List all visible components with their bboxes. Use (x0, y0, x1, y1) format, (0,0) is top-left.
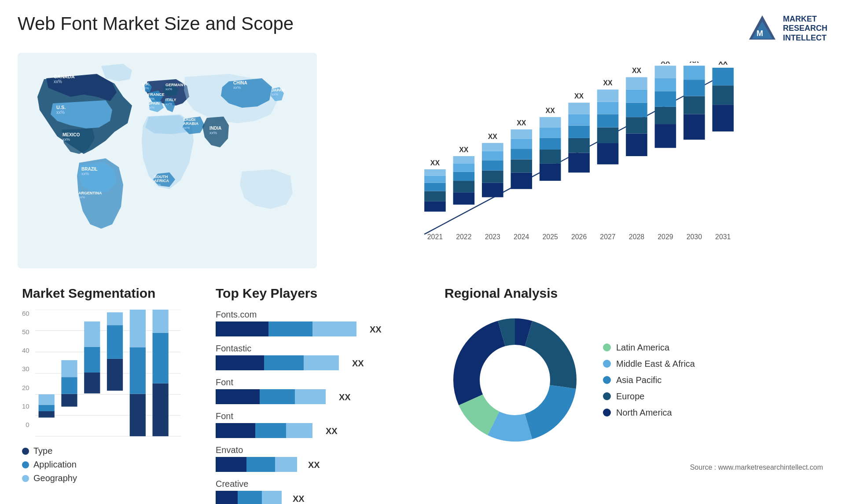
legend-label-application: Application (33, 460, 77, 470)
svg-text:2028: 2028 (629, 233, 644, 241)
svg-rect-124 (61, 377, 77, 394)
svg-text:xx%: xx% (165, 102, 172, 106)
svg-text:BRAZIL: BRAZIL (81, 167, 98, 172)
svg-text:SPAIN: SPAIN (148, 101, 160, 106)
player-row-5: Creative XX (216, 479, 427, 504)
legend-dot-type (22, 448, 29, 455)
map-container: CANADA xx% U.S. xx% MEXICO xx% U.K. xx% … (18, 53, 317, 268)
player-bar-row-3: XX (216, 423, 427, 439)
legend-dot-geography (22, 475, 29, 482)
player-row-1: Fontastic XX (216, 343, 427, 371)
bar-chart-container: XX 2021 XX 2022 (326, 53, 827, 268)
svg-text:xx%: xx% (56, 110, 65, 115)
seg-y-axis: 60 50 40 30 20 10 0 (22, 310, 33, 437)
player-bar-1 (216, 355, 348, 371)
svg-rect-137 (129, 310, 145, 347)
bar-2025: XX 2025 (540, 107, 561, 241)
svg-rect-48 (453, 164, 475, 172)
svg-text:U.K.: U.K. (142, 82, 150, 86)
region-label-asia-pacific: Asia Pacific (616, 375, 661, 385)
legend-type: Type (22, 446, 198, 456)
svg-text:2024: 2024 (514, 233, 529, 241)
svg-text:xx%: xx% (148, 97, 154, 101)
regional-container: Regional Analysis (440, 281, 827, 504)
svg-text:xx%: xx% (142, 86, 149, 90)
player-bar-row-5: XX (216, 491, 427, 504)
svg-rect-120 (38, 405, 54, 411)
logo-container: M MARKET RESEARCH INTELLECT (747, 13, 827, 44)
world-map: CANADA xx% U.S. xx% MEXICO xx% U.K. xx% … (18, 53, 317, 268)
bar-2028: XX 2028 (626, 67, 647, 241)
bar-2029: XX 2029 (655, 62, 676, 241)
svg-rect-119 (38, 411, 54, 418)
svg-point-149 (481, 346, 549, 414)
donut-chart-svg (445, 310, 585, 450)
svg-rect-67 (540, 150, 561, 164)
players-title: Top Key Players (216, 286, 427, 301)
svg-text:2029: 2029 (658, 233, 673, 241)
svg-rect-96 (655, 91, 676, 107)
player-bar-row-2: XX (216, 389, 427, 405)
bar-2023: XX 2023 (482, 133, 503, 241)
svg-rect-54 (482, 160, 503, 170)
player-xx-1: XX (352, 358, 364, 369)
svg-rect-42 (424, 169, 446, 176)
svg-rect-53 (482, 171, 503, 183)
legend-application: Application (22, 460, 198, 470)
logo-text: MARKET RESEARCH INTELLECT (783, 15, 827, 43)
svg-rect-74 (568, 138, 590, 153)
player-bar-row-1: XX (216, 355, 427, 371)
svg-rect-84 (597, 90, 619, 102)
svg-rect-80 (597, 143, 619, 164)
svg-rect-132 (107, 325, 123, 359)
svg-rect-94 (655, 124, 676, 148)
svg-rect-49 (453, 156, 475, 164)
player-name-4: Envato (216, 445, 427, 455)
players-container: Top Key Players Fonts.com XX Fon (211, 281, 431, 504)
region-dot-north-america (603, 409, 611, 416)
svg-rect-69 (540, 128, 561, 138)
svg-text:ARGENTINA: ARGENTINA (78, 191, 102, 195)
svg-rect-90 (626, 90, 647, 103)
player-xx-2: XX (339, 392, 351, 402)
player-bar-row-4: XX (216, 457, 427, 473)
svg-text:xx%: xx% (165, 87, 172, 91)
svg-text:XX: XX (632, 67, 642, 74)
svg-rect-61 (511, 149, 532, 159)
svg-text:XX: XX (661, 62, 670, 65)
svg-text:XX: XX (603, 79, 613, 87)
svg-rect-52 (482, 183, 503, 197)
svg-text:XX: XX (459, 146, 469, 153)
svg-rect-107 (712, 105, 734, 131)
page-container: Web Font Market Size and Scope M MARKET … (0, 0, 845, 504)
svg-rect-83 (597, 102, 619, 114)
svg-rect-103 (683, 80, 705, 96)
svg-rect-81 (597, 128, 619, 143)
player-bar-5 (216, 491, 288, 504)
bar-2026: XX 2026 (568, 92, 590, 241)
legend-label-type: Type (33, 446, 52, 456)
svg-rect-129 (84, 321, 100, 347)
svg-rect-127 (84, 373, 100, 394)
svg-text:U.S.: U.S. (56, 105, 66, 110)
page-title: Web Font Market Size and Scope (18, 13, 294, 34)
legend-dot-application (22, 461, 29, 468)
legend-mea: Middle East & Africa (603, 359, 695, 369)
seg-chart-wrapper: 60 50 40 30 20 10 0 (22, 310, 198, 437)
svg-rect-82 (597, 114, 619, 128)
player-row-2: Font XX (216, 377, 427, 405)
svg-text:xx%: xx% (154, 183, 161, 187)
region-label-north-america: North America (616, 408, 672, 418)
svg-text:xx%: xx% (183, 126, 190, 130)
player-xx-0: XX (370, 325, 382, 335)
svg-rect-101 (683, 114, 705, 140)
player-bar-2 (216, 389, 334, 405)
top-section: CANADA xx% U.S. xx% MEXICO xx% U.K. xx% … (18, 53, 827, 268)
svg-text:xx%: xx% (209, 131, 217, 135)
svg-text:xx%: xx% (233, 85, 241, 90)
player-bar-4 (216, 457, 304, 473)
player-bar-0 (216, 321, 365, 337)
svg-text:ITALY: ITALY (165, 98, 176, 102)
svg-rect-128 (84, 347, 100, 373)
source-text: Source : www.marketresearchintellect.com (445, 464, 823, 471)
